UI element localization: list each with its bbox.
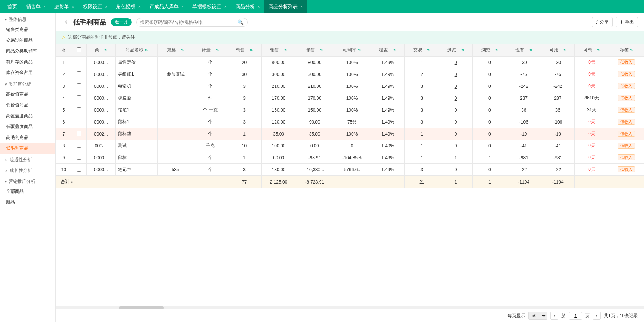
sidebar-group-circulation[interactable]: ＞ 流通性分析 bbox=[0, 154, 55, 165]
row-checkbox[interactable] bbox=[71, 152, 87, 164]
sidebar-item-capital[interactable]: 库存资金占用 bbox=[0, 67, 55, 78]
row-browse1[interactable]: 0 bbox=[439, 57, 472, 68]
row-browse1[interactable]: 1 bbox=[439, 152, 472, 164]
row-browse1[interactable]: 0 bbox=[439, 116, 472, 128]
table-row[interactable]: 5 0000... 铅笔1 个,千克 3 150.00 150.00 100% … bbox=[56, 104, 644, 116]
col-sale-qty[interactable]: 销售... ⇅ bbox=[227, 44, 261, 57]
search-icon[interactable]: 🔍 bbox=[237, 19, 244, 25]
col-sale-amount[interactable]: 销售... ⇅ bbox=[296, 44, 333, 57]
col-coverage[interactable]: 覆盖... ⇅ bbox=[371, 44, 404, 57]
row-browse1[interactable]: 0 bbox=[439, 92, 472, 104]
row-checkbox[interactable] bbox=[71, 80, 87, 92]
col-saleable[interactable]: 可销... ⇅ bbox=[575, 44, 609, 57]
nav-permissions-close[interactable]: × bbox=[105, 5, 108, 9]
row-checkbox[interactable] bbox=[71, 116, 87, 128]
nav-permissions[interactable]: 权限设置 × bbox=[79, 0, 112, 13]
sidebar-item-high-margin[interactable]: 高毛利商品 bbox=[0, 132, 55, 143]
row-browse1[interactable]: 0 bbox=[439, 140, 472, 152]
nav-template[interactable]: 单据模板设置 × bbox=[188, 0, 231, 13]
col-browse2[interactable]: 浏览... ⇅ bbox=[473, 44, 507, 57]
row-checkbox[interactable] bbox=[71, 140, 87, 152]
sidebar-collapse-button[interactable]: 《 bbox=[62, 19, 68, 25]
row-name[interactable]: 鼠标1 bbox=[115, 116, 157, 128]
row-name[interactable]: 铅笔1 bbox=[115, 104, 157, 116]
nav-home[interactable]: 首页 bbox=[3, 0, 22, 13]
sidebar-item-high-coverage[interactable]: 高覆盖度商品 bbox=[0, 111, 55, 121]
col-unit[interactable]: 计量... ⇅ bbox=[193, 44, 227, 57]
nav-purchase-close[interactable]: × bbox=[72, 5, 74, 9]
sidebar-item-all-goods[interactable]: 全部商品 bbox=[0, 186, 55, 197]
per-page-select[interactable]: 50 20 100 bbox=[528, 312, 547, 320]
horizontal-scrollbar[interactable] bbox=[56, 306, 644, 309]
col-name[interactable]: 商品名称 ⇅ bbox=[115, 44, 157, 57]
row-checkbox[interactable] bbox=[71, 92, 87, 104]
col-sale-price[interactable]: 销售... ⇅ bbox=[261, 44, 296, 57]
search-input[interactable] bbox=[140, 20, 237, 25]
table-row[interactable]: 9 0000... 鼠标 个 1 60.00 -98.91 -164.85% 1… bbox=[56, 152, 644, 164]
table-row[interactable]: 2 0000... 吴细细1 参加复试 个 30 300.00 300.00 1… bbox=[56, 68, 644, 80]
row-browse1[interactable]: 0 bbox=[439, 68, 472, 80]
sidebar-item-low-value[interactable]: 低价值商品 bbox=[0, 100, 55, 111]
col-code[interactable]: 商... ⇅ bbox=[87, 44, 116, 57]
sidebar-group-overall[interactable]: ∨ 整体信息 bbox=[0, 13, 55, 24]
nav-role-auth[interactable]: 角色授权 × bbox=[112, 0, 145, 13]
col-trade[interactable]: 交易... ⇅ bbox=[405, 44, 439, 57]
col-gross-margin[interactable]: 毛利率 ⇅ bbox=[333, 44, 371, 57]
nav-template-close[interactable]: × bbox=[224, 5, 227, 9]
table-row[interactable]: 7 0002... 鼠标垫 个 1 35.00 35.00 100% 1.49%… bbox=[56, 128, 644, 140]
nav-product-entry-close[interactable]: × bbox=[182, 5, 184, 9]
col-browse1[interactable]: 浏览... ⇅ bbox=[439, 44, 472, 57]
row-checkbox[interactable] bbox=[71, 164, 87, 176]
row-name[interactable]: 鼠标垫 bbox=[115, 128, 157, 140]
row-checkbox[interactable] bbox=[71, 57, 87, 68]
nav-goods-analysis-list[interactable]: 商品分析列表 × bbox=[264, 0, 307, 13]
col-tag[interactable]: 标签 ⇅ bbox=[609, 44, 644, 57]
sidebar-item-low-coverage[interactable]: 低覆盖度商品 bbox=[0, 121, 55, 132]
table-row[interactable]: 1 0000... 属性定价 个 20 800.00 800.00 100% 1… bbox=[56, 57, 644, 68]
row-name[interactable]: 橡皮擦 bbox=[115, 92, 157, 104]
table-row[interactable]: 8 000/... 测试 千克 10 100.00 0.00 0 1.49% 1… bbox=[56, 140, 644, 152]
row-browse1[interactable]: 0 bbox=[439, 128, 472, 140]
export-button[interactable]: ⬇ 导出 bbox=[616, 17, 638, 27]
col-spec[interactable]: 规格... ⇅ bbox=[158, 44, 193, 57]
share-button[interactable]: ⤴ 分享 bbox=[592, 17, 613, 27]
sidebar-group-growth[interactable]: ＞ 成长性分析 bbox=[0, 165, 55, 175]
nav-goods-analysis-close[interactable]: × bbox=[257, 5, 260, 9]
row-name[interactable]: 测试 bbox=[115, 140, 157, 152]
row-checkbox[interactable] bbox=[71, 68, 87, 80]
nav-product-entry[interactable]: 产成品入库单 × bbox=[145, 0, 188, 13]
row-name[interactable]: 吴细细1 bbox=[115, 68, 157, 80]
table-row[interactable]: 3 0000... 电话机 个 3 210.00 210.00 100% 1.4… bbox=[56, 80, 644, 92]
nav-role-auth-close[interactable]: × bbox=[138, 5, 141, 9]
page-number-input[interactable] bbox=[569, 312, 582, 320]
next-page-button[interactable]: ＞ bbox=[593, 312, 601, 320]
row-browse1[interactable]: 0 bbox=[439, 104, 472, 116]
sidebar-group-cluster[interactable]: ∨ 类群度分析 bbox=[0, 78, 55, 89]
row-browse1[interactable]: 0 bbox=[439, 80, 472, 92]
sidebar-item-category-rate[interactable]: 商品分类助销率 bbox=[0, 46, 55, 57]
row-name[interactable]: 鼠标 bbox=[115, 152, 157, 164]
row-name[interactable]: 电话机 bbox=[115, 80, 157, 92]
nav-sales[interactable]: 销售单 × bbox=[22, 0, 50, 13]
sidebar-item-new-goods[interactable]: 新品 bbox=[0, 197, 55, 208]
nav-goods-list-close[interactable]: × bbox=[301, 5, 303, 9]
select-all-checkbox[interactable] bbox=[77, 47, 81, 52]
row-checkbox[interactable] bbox=[71, 104, 87, 116]
sidebar-item-high-value[interactable]: 高价值商品 bbox=[0, 89, 55, 100]
col-checkbox[interactable] bbox=[71, 44, 87, 57]
row-checkbox[interactable] bbox=[71, 128, 87, 140]
col-current-stock[interactable]: 现有... ⇅ bbox=[507, 44, 541, 57]
prev-page-button[interactable]: ＜ bbox=[550, 312, 558, 320]
table-row[interactable]: 6 0000... 鼠标1 个 3 120.00 90.00 75% 1.49%… bbox=[56, 116, 644, 128]
data-table-container[interactable]: ⚙ 商... ⇅ 商品名称 ⇅ 规格... ⇅ 计量... ⇅ 销售... ⇅ … bbox=[56, 44, 644, 306]
sidebar-item-sales-goods[interactable]: 销售类商品 bbox=[0, 24, 55, 35]
nav-purchase[interactable]: 进货单 × bbox=[50, 0, 78, 13]
row-browse1[interactable]: 0 bbox=[439, 164, 472, 176]
col-settings[interactable]: ⚙ bbox=[56, 44, 71, 57]
period-badge[interactable]: 近一月 bbox=[111, 18, 132, 26]
table-row[interactable]: 10 0000... 笔记本 535 个 3 180.00 -10,380...… bbox=[56, 164, 644, 176]
sidebar-item-traded-goods[interactable]: 交易过的商品 bbox=[0, 35, 55, 46]
sidebar-item-in-stock[interactable]: 有库存的商品 bbox=[0, 57, 55, 67]
row-name[interactable]: 笔记本 bbox=[115, 164, 157, 176]
table-row[interactable]: 4 0000... 橡皮擦 件 3 170.00 170.00 100% 1.4… bbox=[56, 92, 644, 104]
